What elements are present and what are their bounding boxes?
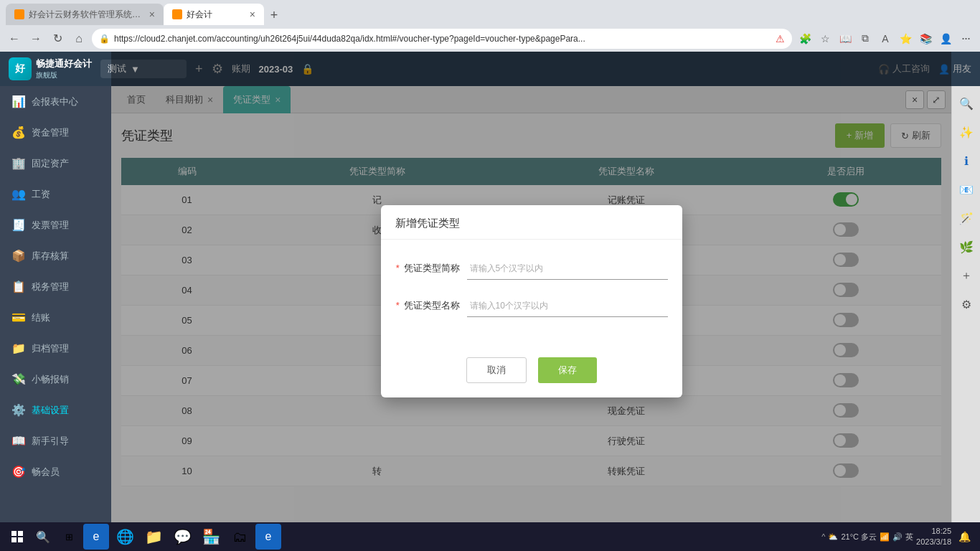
- refresh-button[interactable]: ↻: [49, 30, 66, 47]
- notification-btn[interactable]: 🔔: [954, 527, 974, 547]
- guide-icon: 📖: [11, 434, 26, 448]
- settings-icon: ⚙️: [11, 403, 26, 417]
- rs-outlook-btn[interactable]: 📧: [955, 178, 978, 201]
- back-button[interactable]: ←: [6, 30, 23, 47]
- fixed-assets-icon: 🏢: [11, 156, 26, 170]
- save-button[interactable]: 保存: [538, 357, 597, 383]
- rs-gear-btn[interactable]: ⚙: [955, 293, 978, 316]
- sidebar-item-inventory[interactable]: 📦 库存核算: [0, 240, 111, 271]
- sidebar-label-checkout: 结账: [32, 311, 50, 324]
- sidebar-item-guide[interactable]: 📖 新手引导: [0, 425, 111, 456]
- sidebar-item-reports[interactable]: 📊 会报表中心: [0, 86, 111, 117]
- logo-icon: 好: [9, 57, 32, 80]
- collections-btn[interactable]: 📚: [917, 30, 934, 47]
- salary-icon: 👥: [11, 187, 26, 201]
- logo-text: 畅捷通好会计: [36, 57, 92, 70]
- user-label: 用友: [953, 62, 971, 75]
- sidebar-label-reports: 会报表中心: [32, 95, 78, 108]
- logo-text-group: 畅捷通好会计 旗舰版: [36, 57, 92, 80]
- logo-sub: 旗舰版: [36, 70, 92, 80]
- expand-tray-btn[interactable]: ^: [821, 532, 825, 541]
- sidebar-item-checkout[interactable]: 💳 结账: [0, 302, 111, 333]
- taskbar-files-app[interactable]: 🗂: [227, 524, 253, 550]
- menu-btn[interactable]: ···: [957, 30, 974, 47]
- url-bar[interactable]: 🔒 https://cloud2.chanjet.com/accounting/…: [92, 29, 792, 49]
- rs-feishu-btn[interactable]: 🪄: [955, 207, 978, 230]
- taskbar-wechat-app[interactable]: 💬: [169, 524, 195, 550]
- date-display: 2023/3/18: [916, 537, 951, 547]
- browser-tab-2[interactable]: 好会计 ×: [164, 4, 264, 25]
- sidebar-label-member: 畅会员: [32, 466, 60, 479]
- star-btn[interactable]: ☆: [816, 30, 834, 47]
- app-logo: 好 畅捷通好会计 旗舰版: [9, 57, 92, 80]
- taskbar-chrome-app[interactable]: 🌐: [112, 524, 138, 550]
- browser-tab-1[interactable]: 好会计云财务软件管理系统_会计 ×: [6, 4, 164, 25]
- sidebar-item-salary[interactable]: 👥 工资: [0, 179, 111, 209]
- name-required-mark: *: [396, 300, 400, 311]
- favorites-btn[interactable]: ⭐: [897, 30, 914, 47]
- add-voucher-type-dialog: 新增凭证类型 * 凭证类型简称 * 凭证类型名称 取消 保存: [381, 205, 682, 397]
- split-btn[interactable]: ⧉: [857, 30, 874, 47]
- profile-btn[interactable]: 👤: [937, 30, 954, 47]
- sidebar-label-inventory: 库存核算: [32, 250, 69, 263]
- tab-1-close[interactable]: ×: [149, 9, 155, 20]
- abbr-row: * 凭证类型简称: [395, 257, 668, 280]
- sidebar-item-member[interactable]: 🎯 畅会员: [0, 456, 111, 487]
- lang-indicator: 英: [905, 532, 913, 542]
- rs-info-btn[interactable]: ℹ: [955, 149, 978, 172]
- svg-rect-2: [11, 537, 17, 542]
- weather-icon: ⛅: [828, 532, 838, 542]
- abbr-required-mark: *: [396, 263, 400, 273]
- sidebar-label-expense: 小畅报销: [32, 373, 69, 386]
- taskbar-store-app[interactable]: 🏪: [198, 524, 224, 550]
- sidebar-label-guide: 新手引导: [32, 435, 69, 448]
- security-icon: 🔒: [99, 34, 110, 44]
- url-warning-icon: ⚠: [776, 33, 785, 44]
- rs-ai-btn[interactable]: ✨: [955, 121, 978, 143]
- tab-2-close[interactable]: ×: [250, 9, 255, 20]
- name-row: * 凭证类型名称: [395, 294, 668, 317]
- abbr-input[interactable]: [467, 257, 668, 280]
- sidebar-item-capital[interactable]: 💰 资金管理: [0, 117, 111, 148]
- taskbar-search-btn[interactable]: 🔍: [32, 525, 55, 548]
- taskbar-time: 18:25 2023/3/18: [916, 526, 951, 548]
- sidebar-item-archive[interactable]: 📁 归档管理: [0, 333, 111, 364]
- sidebar-item-fixed-assets[interactable]: 🏢 固定资产: [0, 148, 111, 179]
- name-label: * 凭证类型名称: [395, 299, 467, 312]
- dialog-header: 新增凭证类型: [381, 205, 682, 240]
- rs-plus-btn[interactable]: ＋: [955, 264, 978, 287]
- forward-button[interactable]: →: [27, 30, 44, 47]
- tax-icon: 📋: [11, 280, 26, 293]
- url-text: https://cloud2.chanjet.com/accounting/uh…: [114, 34, 771, 44]
- sidebar-item-settings[interactable]: ⚙️ 基础设置: [0, 395, 111, 425]
- sidebar-label-archive: 归档管理: [32, 342, 69, 355]
- sidebar-item-expense[interactable]: 💸 小畅报销: [0, 364, 111, 395]
- weather-text: 21°C 多云: [841, 532, 877, 542]
- tab-2-favicon: [172, 9, 182, 19]
- expense-icon: 💸: [11, 372, 26, 386]
- reports-icon: 📊: [11, 95, 26, 108]
- taskbar-browser-app[interactable]: e: [255, 524, 281, 550]
- cancel-button[interactable]: 取消: [466, 357, 527, 383]
- member-icon: 🎯: [11, 465, 26, 479]
- taskbar: 🔍 ⊞ e 🌐 📁 💬 🏪 🗂 e ^ ⛅ 21°C 多云 📶 🔊 英 18:2…: [0, 522, 980, 551]
- name-input[interactable]: [467, 294, 668, 317]
- translate-btn[interactable]: A: [877, 30, 894, 47]
- abbr-label: * 凭证类型简称: [395, 262, 467, 275]
- extensions-btn[interactable]: 🧩: [796, 30, 814, 47]
- sidebar-item-tax[interactable]: 📋 税务管理: [0, 271, 111, 302]
- new-tab-button[interactable]: +: [264, 5, 284, 25]
- home-button[interactable]: ⌂: [70, 30, 88, 47]
- taskbar-explorer-app[interactable]: 📁: [141, 524, 166, 550]
- sidebar-item-invoice[interactable]: 🧾 发票管理: [0, 209, 111, 240]
- reading-btn[interactable]: 📖: [837, 30, 854, 47]
- task-view-btn[interactable]: ⊞: [57, 525, 80, 548]
- rs-leaf-btn[interactable]: 🌿: [955, 235, 978, 258]
- taskbar-edge-app[interactable]: e: [83, 524, 109, 550]
- rs-search-btn[interactable]: 🔍: [955, 92, 978, 115]
- sidebar-label-settings: 基础设置: [32, 404, 69, 417]
- capital-icon: 💰: [11, 126, 26, 139]
- tab-1-favicon: [14, 9, 24, 19]
- volume-icon: 🔊: [892, 532, 903, 542]
- start-button[interactable]: [6, 525, 29, 548]
